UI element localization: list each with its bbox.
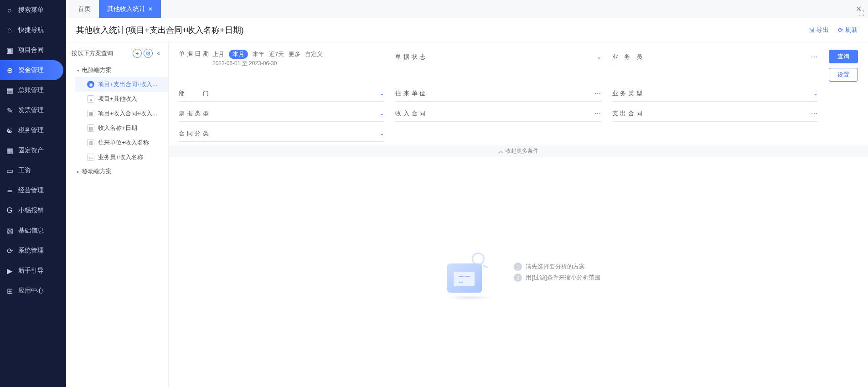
- sidebar-item-9[interactable]: ≣经营管理: [0, 181, 66, 201]
- scheme-panel: 按以下方案查询 + ⚙ « ▾电脑端方案◉项目+支出合同+收入...▵项目+其他…: [66, 42, 169, 387]
- scheme-leaf-icon: ▭: [87, 154, 94, 161]
- sidebar-item-14[interactable]: ⊞应用中心: [0, 281, 66, 301]
- tab-0[interactable]: 首页: [70, 0, 99, 18]
- tab-1[interactable]: 其他收入统计✕: [99, 0, 161, 18]
- refresh-button[interactable]: ⟳ 刷新: [838, 26, 858, 34]
- sidebar-item-2[interactable]: ▣项目合同: [0, 40, 66, 60]
- sidebar-icon: ⊞: [5, 287, 14, 295]
- query-button[interactable]: 查询: [829, 50, 858, 63]
- more-icon: ⋯: [811, 110, 818, 117]
- salesman-field[interactable]: 业务员 ⋯: [612, 50, 818, 65]
- expense-contract-field[interactable]: 支出合同 ⋯: [612, 106, 818, 122]
- sidebar-item-13[interactable]: ▶新手引导: [0, 261, 66, 281]
- date-range-value: 2023-06-01 至 2023-06-30: [212, 60, 384, 67]
- sidebar-item-4[interactable]: ▤总账管理: [0, 80, 66, 100]
- scheme-leaf-0-3[interactable]: ▧收入名称+日期: [75, 121, 168, 135]
- date-option-5[interactable]: 自定义: [305, 50, 323, 58]
- scheme-leaf-icon: ▦: [87, 110, 94, 117]
- chevron-down-icon: ⌄: [597, 54, 601, 60]
- sidebar-icon: ▤: [5, 86, 14, 94]
- step-badge-2: 2: [514, 273, 522, 282]
- collapse-up-icon: ︽: [498, 147, 504, 155]
- income-contract-field[interactable]: 收入合同 ⋯: [395, 106, 601, 122]
- empty-illustration: — —▭: [436, 243, 500, 302]
- sidebar-item-11[interactable]: ▧基础信息: [0, 221, 66, 241]
- filter-area: 单据日期 上月本月本年近7天更多自定义 2023-06-01 至 2023-06…: [169, 42, 868, 387]
- scheme-leaf-icon: ▧: [87, 124, 94, 132]
- scheme-leaf-0-4[interactable]: ▥往来单位+收入名称: [75, 135, 168, 150]
- sidebar-icon: ▭: [5, 166, 14, 175]
- dept-field[interactable]: 部门 ⌄: [179, 86, 384, 102]
- date-label: 单据日期: [179, 50, 209, 58]
- date-range-options: 上月本月本年近7天更多自定义: [212, 50, 384, 59]
- date-option-2[interactable]: 本年: [253, 50, 264, 58]
- chevron-down-icon: ⌄: [813, 90, 818, 97]
- status-field[interactable]: 单据状态 ⌄: [395, 50, 601, 65]
- page-header: 其他收入统计(项目+支出合同+收入名称+日期) ⇲ 导出 ⟳ 刷新: [66, 18, 868, 42]
- export-button[interactable]: ⇲ 导出: [809, 26, 829, 34]
- caret-icon: ▸: [77, 169, 79, 174]
- sidebar-icon: ⊕: [5, 66, 14, 74]
- sidebar-icon: G: [5, 206, 14, 215]
- empty-step-2: 用[过滤]条件来缩小分析范围: [526, 273, 600, 282]
- chevron-down-icon: ⌄: [380, 110, 384, 117]
- sidebar-item-10[interactable]: G小畅报销: [0, 201, 66, 221]
- sidebar-icon: ▣: [5, 46, 14, 54]
- chevron-down-icon: ⌄: [380, 90, 384, 97]
- refresh-icon: ⟳: [838, 26, 843, 34]
- ticket-type-field[interactable]: 票据类型 ⌄: [179, 106, 384, 122]
- date-option-0[interactable]: 上月: [212, 50, 224, 58]
- sidebar-item-6[interactable]: ☯税务管理: [0, 120, 66, 140]
- sidebar-icon: ▧: [5, 227, 14, 235]
- date-option-3[interactable]: 近7天: [269, 50, 284, 58]
- sidebar-icon: ✎: [5, 106, 14, 114]
- add-scheme-button[interactable]: +: [133, 49, 142, 58]
- scheme-settings-button[interactable]: ⚙: [144, 49, 153, 58]
- sidebar-icon: ▶: [5, 267, 14, 275]
- scheme-leaf-0-2[interactable]: ▦项目+收入合同+收入...: [75, 106, 168, 121]
- scheme-leaf-0-0[interactable]: ◉项目+支出合同+收入...: [75, 77, 168, 92]
- scheme-leaf-0-5[interactable]: ▭业务员+收入名称: [75, 150, 168, 165]
- sidebar-icon: ⌂: [5, 26, 14, 34]
- scheme-leaf-icon: ◉: [87, 81, 94, 88]
- caret-icon: ▾: [77, 68, 79, 73]
- empty-step-1: 请先选择要分析的方案: [526, 263, 585, 271]
- step-badge-1: 1: [514, 263, 522, 271]
- sidebar-item-7[interactable]: ▦固定资产: [0, 140, 66, 160]
- sidebar-item-1[interactable]: ⌂快捷导航: [0, 20, 66, 40]
- tree-group-0[interactable]: ▾电脑端方案: [75, 63, 168, 77]
- sidebar-item-5[interactable]: ✎发票管理: [0, 100, 66, 120]
- sidebar-icon: ⟳: [5, 247, 14, 255]
- date-option-1[interactable]: 本月: [229, 50, 248, 59]
- sidebar-item-8[interactable]: ▭工资: [0, 160, 66, 181]
- more-icon: ⋯: [811, 53, 818, 61]
- collapse-scheme-panel-button[interactable]: «: [155, 49, 163, 57]
- sidebar-item-0[interactable]: ⌕搜索菜单: [0, 0, 66, 20]
- empty-state: — —▭ 1请先选择要分析的方案 2用[过滤]条件来缩小分析范围: [169, 157, 868, 387]
- date-option-4[interactable]: 更多: [289, 50, 300, 58]
- biztype-field[interactable]: 业务类型 ⌄: [612, 86, 818, 102]
- fullscreen-icon[interactable]: ⛶: [858, 10, 864, 17]
- page-title: 其他收入统计(项目+支出合同+收入名称+日期): [76, 25, 244, 36]
- more-icon: ⋯: [594, 110, 601, 117]
- chevron-down-icon: ⌄: [380, 130, 384, 137]
- main-area: 首页其他收入统计✕ ✕ 其他收入统计(项目+支出合同+收入名称+日期) ⇲ 导出…: [66, 0, 868, 387]
- sidebar-item-12[interactable]: ⟳系统管理: [0, 241, 66, 261]
- sidebar: ⌕搜索菜单⌂快捷导航▣项目合同⊕资金管理▤总账管理✎发票管理☯税务管理▦固定资产…: [0, 0, 66, 387]
- tree-group-1[interactable]: ▸移动端方案: [75, 165, 168, 178]
- scheme-leaf-0-1[interactable]: ▵项目+其他收入: [75, 92, 168, 106]
- partner-field[interactable]: 往来单位 ⋯: [395, 86, 601, 102]
- collapse-conditions-button[interactable]: ︽ 收起更多条件: [169, 145, 868, 157]
- contract-category-field[interactable]: 合同分类 ⌄: [179, 126, 384, 142]
- tab-bar: 首页其他收入统计✕ ✕: [66, 0, 868, 18]
- sidebar-icon: ▦: [5, 146, 14, 155]
- close-icon[interactable]: ✕: [148, 6, 153, 12]
- scheme-leaf-icon: ▥: [87, 139, 94, 146]
- export-icon: ⇲: [809, 26, 814, 34]
- sidebar-icon: ⌕: [5, 6, 14, 14]
- scheme-leaf-icon: ▵: [87, 95, 94, 103]
- sidebar-icon: ☯: [5, 126, 14, 134]
- sidebar-icon: ≣: [5, 186, 14, 195]
- settings-button[interactable]: 设置: [829, 68, 858, 82]
- sidebar-item-3[interactable]: ⊕资金管理: [0, 60, 63, 80]
